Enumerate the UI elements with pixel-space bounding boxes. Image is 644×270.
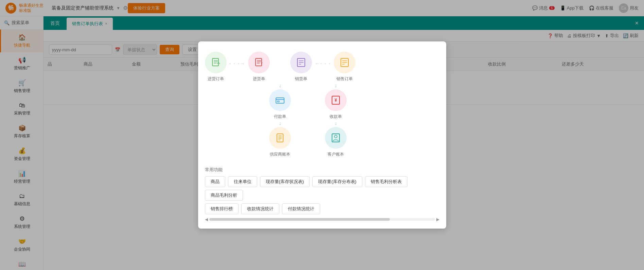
sales-order-label: 销售订单 [336, 76, 353, 82]
arrow-pb-to-pay: ↓ [279, 82, 281, 89]
payment-bill-circle [269, 89, 291, 111]
purchase-order-circle [205, 52, 227, 73]
func-btn-stock-status[interactable]: 现存量(库存状况表) [260, 176, 310, 187]
modal-overlay: 进货订单 - - -→ [0, 0, 644, 270]
left-flow-group: 进货订单 - - -→ [205, 52, 356, 157]
purchase-bill-circle [248, 52, 270, 73]
purchase-order-label: 进货订单 [208, 76, 224, 82]
quick-nav-modal: 进货订单 - - -→ [198, 41, 446, 229]
arrow-sb-to-rec: ↓ [335, 82, 337, 89]
flow-diagram: 进货订单 - - -→ [205, 48, 439, 164]
arrow-po-to-pb: - - -→ [227, 61, 248, 66]
supplier-ledger-label: 供应商账本 [270, 151, 290, 157]
receipt-bill-circle: ¥ [325, 89, 347, 111]
supplier-ledger-node[interactable]: 供应商账本 [269, 127, 291, 157]
purchase-order-node[interactable]: 进货订单 [205, 52, 227, 82]
func-btn-product[interactable]: 商品 [205, 176, 225, 187]
customer-ledger-circle [325, 127, 347, 149]
purchase-bill-node[interactable]: 进货单 [248, 52, 270, 82]
func-btn-sales-ranking[interactable]: 销售排行榜 [205, 203, 239, 214]
func-btn-payment-stats[interactable]: 付款情况统计 [282, 203, 320, 214]
svg-rect-19 [277, 134, 283, 142]
sales-order-circle [334, 52, 355, 73]
modal-body: 进货订单 - - -→ [198, 41, 446, 229]
scroll-left-arrow[interactable]: ◀ [205, 217, 208, 222]
customer-ledger-node[interactable]: 客户账本 [325, 127, 347, 157]
svg-rect-16 [276, 98, 284, 103]
func-btn-sales-profit[interactable]: 销售毛利分析表 [365, 176, 407, 187]
svg-rect-4 [256, 58, 262, 66]
func-btn-stock-dist[interactable]: 现存量(库存分布表) [312, 176, 362, 187]
receipt-bill-node[interactable]: ¥ 收款单 [325, 89, 347, 120]
payment-bill-label: 付款单 [274, 114, 286, 120]
sales-order-node[interactable]: 销售订单 [334, 52, 355, 82]
svg-rect-0 [212, 58, 219, 66]
modal-scrollbar[interactable] [209, 218, 435, 221]
customer-ledger-label: 客户账本 [328, 151, 344, 157]
func-btns-row1: 商品 往来单位 现存量(库存状况表) 现存量(库存分布表) 销售毛利分析表 商品… [205, 176, 439, 201]
common-functions: 常用功能 商品 往来单位 现存量(库存状况表) 现存量(库存分布表) 销售毛利分… [205, 167, 439, 214]
sales-bill-node[interactable]: 销货单 [290, 52, 312, 82]
func-btns-row2: 销售排行榜 收款情况统计 付款情况统计 [205, 203, 439, 214]
svg-point-27 [334, 135, 337, 138]
func-btn-partner[interactable]: 往来单位 [228, 176, 257, 187]
supplier-ledger-circle [269, 127, 291, 149]
svg-rect-18 [277, 101, 279, 102]
purchase-bill-label: 进货单 [253, 76, 265, 82]
svg-text:¥: ¥ [335, 98, 337, 103]
func-btn-product-profit[interactable]: 商品毛利分析 [205, 190, 243, 201]
receipt-bill-label: 收款单 [330, 114, 342, 120]
common-functions-title: 常用功能 [205, 167, 439, 173]
payment-bill-node[interactable]: 付款单 [269, 89, 291, 120]
arrow-rec-to-customer: ↓ [335, 120, 337, 127]
arrow-pay-to-supplier: ↓ [279, 120, 281, 127]
scroll-right-arrow[interactable]: ▶ [436, 217, 439, 222]
func-btn-receipt-stats[interactable]: 收款情况统计 [241, 203, 279, 214]
arrow-so-to-sb: ←- - - [312, 61, 334, 66]
sales-bill-circle [290, 52, 312, 73]
top-flow-row: 进货订单 - - -→ [205, 52, 356, 82]
sales-bill-label: 销货单 [295, 76, 307, 82]
modal-scrollbar-row: ◀ ▶ [205, 217, 439, 222]
scrollbar-thumb [209, 218, 390, 221]
